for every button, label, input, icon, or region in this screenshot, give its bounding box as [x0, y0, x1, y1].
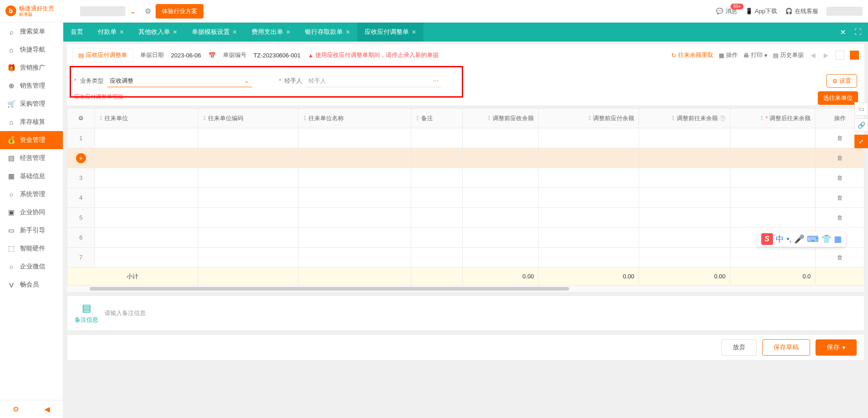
trash-icon[interactable]: 🗑	[837, 135, 843, 141]
table-row[interactable]: 1🗑	[67, 128, 864, 148]
add-row-icon[interactable]: +	[76, 153, 86, 163]
sidebar-item-member[interactable]: V畅会员	[0, 276, 63, 294]
handler-field: * 经手人 经手人 ⋯	[279, 75, 442, 87]
close-icon[interactable]: ✕	[412, 29, 416, 35]
sort-icon[interactable]: ▲▼	[100, 115, 103, 121]
prev-icon[interactable]: ◀	[809, 52, 817, 59]
reget-balance-link[interactable]: ↻ 往来余额重取	[671, 51, 713, 59]
trash-icon[interactable]: 🗑	[837, 174, 843, 181]
ime-skin-icon[interactable]: 👕	[821, 234, 831, 244]
table-row[interactable]: 5🗑	[67, 208, 864, 228]
sidebar-item-inventory[interactable]: ⌂库存核算	[0, 113, 63, 131]
trash-icon[interactable]: 🗑	[837, 155, 843, 161]
ime-tools-icon[interactable]: ▦	[834, 234, 842, 244]
tab-单据模板设置[interactable]: 单据模板设置✕	[185, 23, 244, 42]
sidebar-item-operation[interactable]: ▤经营管理	[0, 149, 63, 167]
ime-mic-icon[interactable]: 🎤	[794, 234, 804, 244]
experience-button[interactable]: 体验行业方案	[156, 4, 204, 19]
discard-button[interactable]: 放弃	[721, 339, 757, 356]
sidebar-item-quick-nav[interactable]: ⌂快捷导航	[0, 41, 63, 59]
table-row[interactable]: +🗑	[67, 148, 864, 168]
close-icon[interactable]: ✕	[232, 29, 237, 35]
sidebar-item-system[interactable]: ○系统管理	[0, 185, 63, 203]
tab-应收应付调整单[interactable]: 应收应付调整单✕	[357, 23, 423, 42]
ime-toolbar[interactable]: S 中 •, 🎤 ⌨ 👕 ▦	[758, 231, 845, 247]
next-icon[interactable]: ▶	[822, 52, 830, 59]
sidebar-item-marketing[interactable]: 🎁营销推广	[0, 59, 63, 77]
table-row[interactable]: 4🗑	[67, 188, 864, 208]
handler-input[interactable]: 经手人 ⋯	[306, 75, 441, 87]
sort-icon[interactable]: ▲▼	[416, 115, 419, 121]
tab-其他收入单[interactable]: 其他收入单✕	[131, 23, 185, 42]
more-icon[interactable]: ⋯	[433, 77, 439, 84]
sidebar-item-hardware[interactable]: ⬚智能硬件	[0, 240, 63, 258]
trash-icon[interactable]: 🗑	[837, 194, 843, 201]
tab-付款单[interactable]: 付款单✕	[90, 23, 131, 42]
trash-icon[interactable]: 🗑	[837, 254, 843, 261]
calendar-icon[interactable]: 📅	[209, 52, 216, 59]
sort-icon[interactable]: ▲▼	[303, 115, 307, 121]
tab-bar: 首页付款单✕其他收入单✕单据模板设置✕费用支出单✕银行存取款单✕应收应付调整单✕…	[63, 23, 868, 42]
save-draft-button[interactable]: 保存草稿	[762, 339, 810, 356]
sort-icon[interactable]: ▲▼	[588, 115, 591, 121]
sort-icon[interactable]: ▲▼	[671, 115, 675, 121]
tab-银行存取款单[interactable]: 银行存取款单✕	[298, 23, 357, 42]
trash-icon[interactable]: 🗑	[837, 214, 843, 221]
chevron-down-icon: ▾	[842, 344, 845, 351]
gear-icon[interactable]: ⚙	[145, 7, 151, 15]
ime-lang-icon[interactable]: 中	[776, 234, 784, 244]
chevron-down-icon: ▾	[764, 52, 768, 59]
rail-note-icon[interactable]: ▭	[854, 102, 868, 116]
biz-type-select[interactable]: 应收调整 ⌄	[107, 75, 252, 87]
sidebar-item-search-menu[interactable]: ⌕搜索菜单	[0, 23, 63, 41]
sidebar-collapse-icon[interactable]: ◀	[32, 400, 63, 418]
org-selector[interactable]	[80, 6, 125, 16]
sidebar-item-guide[interactable]: ▭新手引导	[0, 221, 63, 240]
app-download-link[interactable]: 📱 App下载	[745, 7, 777, 15]
rail-attach-icon[interactable]: 🔗	[854, 118, 868, 132]
tab-close-all-icon[interactable]: ✕	[836, 26, 849, 38]
sidebar-item-sales[interactable]: ⊕销售管理	[0, 77, 63, 95]
sidebar-item-purchase[interactable]: 🛒采购管理	[0, 95, 63, 113]
chevron-down-icon[interactable]: ⌄	[130, 7, 136, 15]
rail-expand-icon[interactable]: ⤢	[854, 135, 868, 148]
tab-费用支出单[interactable]: 费用支出单✕	[244, 23, 298, 42]
user-menu[interactable]	[826, 7, 863, 16]
close-icon[interactable]: ✕	[119, 29, 124, 35]
table-settings-icon[interactable]: ⚙	[78, 115, 84, 122]
warning-message: ▲ 使用应收应付调整单期间，请停止录入新的单据	[308, 51, 439, 59]
messages-link[interactable]: 💬 消息 99+	[716, 7, 737, 15]
sidebar-item-enterprise[interactable]: ▣企业协同	[0, 203, 63, 221]
sidebar-item-finance[interactable]: 💰资金管理	[0, 131, 63, 149]
remark-input[interactable]: 请输入备注信息	[104, 309, 857, 317]
sort-icon[interactable]: ▲▼	[760, 115, 764, 121]
card-view-toggle[interactable]	[850, 51, 859, 60]
list-view-toggle[interactable]	[835, 51, 844, 60]
sort-icon[interactable]: ▲▼	[203, 115, 206, 121]
ime-punct-icon[interactable]: •,	[787, 235, 792, 244]
help-icon[interactable]: ?	[720, 115, 726, 121]
print-dropdown[interactable]: 🖶 打印 ▾	[743, 51, 768, 59]
history-link[interactable]: ▤ 历史单据	[773, 51, 804, 59]
sort-icon[interactable]: ▲▼	[487, 115, 491, 121]
operate-dropdown[interactable]: ▦ 操作	[719, 51, 738, 59]
sidebar-settings-icon[interactable]: ⚙	[0, 400, 32, 418]
sidebar-item-basic-info[interactable]: ▦基础信息	[0, 167, 63, 185]
sidebar-item-wechat[interactable]: ○企业微信	[0, 258, 63, 276]
table-row[interactable]: 6🗑	[67, 228, 864, 248]
save-button[interactable]: 保存 ▾	[816, 339, 857, 356]
table-row[interactable]: 7🗑	[67, 248, 864, 268]
tab-首页[interactable]: 首页	[63, 23, 90, 42]
table-row[interactable]: 3🗑	[67, 168, 864, 188]
date-value[interactable]: 2023-06-06	[171, 52, 201, 59]
fullscreen-icon[interactable]: ⛶	[852, 26, 864, 38]
basic-info-icon: ▦	[7, 172, 15, 180]
online-service-link[interactable]: 🎧 在线客服	[785, 7, 818, 15]
close-icon[interactable]: ✕	[173, 29, 177, 35]
close-icon[interactable]: ✕	[346, 29, 350, 35]
close-icon[interactable]: ✕	[286, 29, 290, 35]
doc-icon: ▤	[78, 52, 84, 59]
ime-keyboard-icon[interactable]: ⌨	[807, 234, 819, 244]
horizontal-scrollbar[interactable]	[67, 286, 864, 292]
settings-button[interactable]: ⚙ 设置	[826, 74, 857, 88]
